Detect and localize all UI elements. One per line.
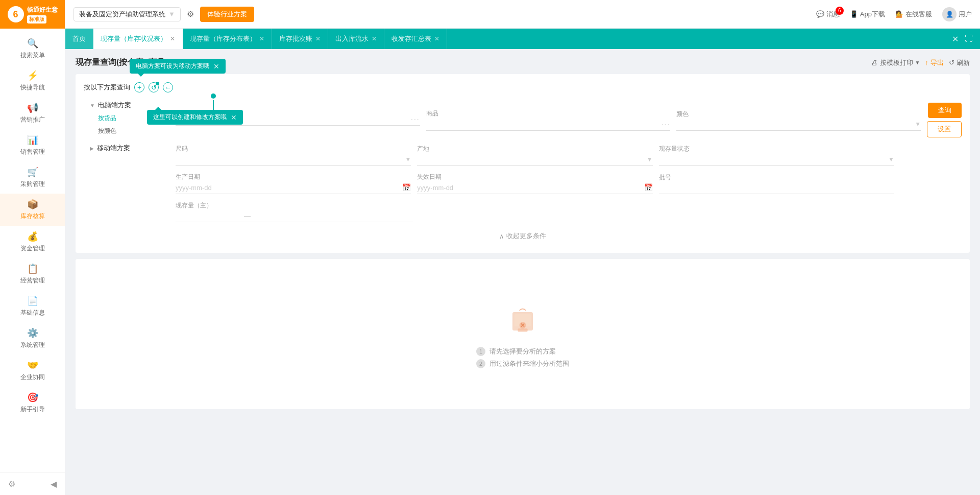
sidebar-item-inventory[interactable]: 📦 库存核算 <box>0 194 65 226</box>
filter-action-btns: 查询 设置 <box>927 103 962 137</box>
empty-tip-1: 1 请先选择要分析的方案 <box>476 347 569 356</box>
online-service-action[interactable]: 💁 在线客服 <box>895 10 932 19</box>
origin-input[interactable] <box>417 155 643 163</box>
connector <box>211 92 216 110</box>
sidebar: 6 畅通好生意 标准版 🔍 搜索菜单 ⚡ 快捷导航 📢 营销推广 📊 销售管理 … <box>0 0 65 495</box>
refresh-btn[interactable]: ↺ 刷新 <box>949 58 970 67</box>
filter-row-2: 尺码 ▼ 产地 ▼ 现存量状态 <box>176 145 962 166</box>
header-right-actions: 💬 消息 6 📱 App下载 💁 在线客服 👤 用户 <box>816 7 972 21</box>
app-download-action[interactable]: 📱 App下载 <box>850 10 885 19</box>
system-selector[interactable]: 装备及固定资产辅助管理系统 ▼ <box>74 7 181 21</box>
stock-status-input[interactable] <box>659 155 885 163</box>
app-name: 畅通好生意 <box>27 6 58 14</box>
tab-close-all-btn[interactable]: ✕ <box>950 32 961 46</box>
filter-add-btn[interactable]: + <box>134 82 144 92</box>
color-input[interactable] <box>676 121 912 128</box>
top-header: 装备及固定资产辅助管理系统 ▼ ⚙ 体验行业方案 💬 消息 6 📱 App下载 … <box>65 0 980 29</box>
expire-date-label: 失效日期 <box>417 173 652 181</box>
print-btn[interactable]: 🖨 按模板打印 ▼ <box>871 58 920 67</box>
main-area: 装备及固定资产辅助管理系统 ▼ ⚙ 体验行业方案 💬 消息 6 📱 App下载 … <box>65 0 980 495</box>
tab-close-icon[interactable]: ✕ <box>434 36 439 42</box>
tip-num-1: 1 <box>476 347 485 356</box>
settings-icon[interactable]: ⚙ <box>8 479 15 489</box>
tooltip2-close[interactable]: ✕ <box>231 113 237 122</box>
filter-fields: ··· 商品 ··· 颜色 ▼ <box>176 99 962 222</box>
tab-close-icon[interactable]: ✕ <box>315 36 321 42</box>
tab-in-out-flow[interactable]: 出入库流水 ✕ <box>328 29 384 49</box>
tab-batch-account[interactable]: 库存批次账 ✕ <box>272 29 328 49</box>
collapse-row[interactable]: ∧ 收起更多条件 <box>84 227 962 245</box>
industry-btn[interactable]: 体验行业方案 <box>200 7 254 22</box>
tab-expand-btn[interactable]: ⛶ <box>963 32 975 45</box>
sidebar-item-label: 快捷导航 <box>20 83 45 92</box>
operation-icon: 📋 <box>27 263 38 274</box>
scheme-item-color[interactable]: 按颜色 <box>90 125 164 137</box>
expire-date-input[interactable] <box>417 184 641 192</box>
stock-status-input-wrap: ▼ <box>659 155 894 166</box>
empty-state: 1 请先选择要分析的方案 2 用过滤条件来缩小分析范围 <box>86 269 960 399</box>
sidebar-item-label: 采购管理 <box>20 180 45 188</box>
sidebar-item-system[interactable]: ⚙️ 系统管理 <box>0 322 65 355</box>
collapse-label: 收起更多条件 <box>506 231 546 241</box>
refresh-icon: ↺ <box>949 59 954 66</box>
sidebar-item-finance[interactable]: 💰 资金管理 <box>0 226 65 258</box>
tooltip1-close[interactable]: ✕ <box>213 62 219 70</box>
sidebar-item-basic[interactable]: 📄 基础信息 <box>0 290 65 322</box>
color-arrow-icon: ▼ <box>915 121 921 128</box>
user-action[interactable]: 👤 用户 <box>942 7 972 21</box>
size-input[interactable] <box>176 155 402 163</box>
setting-button[interactable]: 设置 <box>927 121 962 137</box>
tab-close-icon[interactable]: ✕ <box>259 36 264 42</box>
tip-num-2: 2 <box>476 359 485 368</box>
origin-arrow-icon: ▼ <box>647 156 653 163</box>
color-input-wrap: ▼ <box>676 121 921 131</box>
goods-input[interactable] <box>426 121 658 128</box>
mobile-scheme-header[interactable]: ▶ 移动端方案 <box>90 142 164 155</box>
expire-date-calendar-icon[interactable]: 📅 <box>644 183 653 192</box>
collapse-icon[interactable]: ◀ <box>51 479 57 489</box>
sidebar-item-coop[interactable]: 🤝 企业协同 <box>0 355 65 387</box>
tooltip-create-scheme: 这里可以创建和修改方案哦 ✕ <box>147 110 243 125</box>
tab-home[interactable]: 首页 <box>65 29 93 49</box>
query-button[interactable]: 查询 <box>928 103 962 118</box>
sidebar-item-marketing[interactable]: 📢 营销推广 <box>0 97 65 129</box>
message-action[interactable]: 💬 消息 6 <box>816 10 840 19</box>
page-content: 现存量查询(按仓库+商品) 🖨 按模板打印 ▼ ↑ 导出 ↺ 刷新 <box>65 49 980 495</box>
app-version: 标准版 <box>27 15 46 23</box>
tab-recv-send[interactable]: 收发存汇总表 ✕ <box>384 29 447 49</box>
stock-qty-min-input[interactable] <box>176 212 237 220</box>
warehouse-dots[interactable]: ··· <box>411 115 420 123</box>
sidebar-item-guide[interactable]: 🎯 新手引导 <box>0 387 65 419</box>
sidebar-item-label: 企业协同 <box>20 373 45 382</box>
filter-refresh-btn[interactable]: ↺ <box>149 82 159 92</box>
tab-inventory-status[interactable]: 现存量（库存状况表） ✕ <box>93 29 183 49</box>
sidebar-item-quick[interactable]: ⚡ 快捷导航 <box>0 65 65 97</box>
guide-icon: 🎯 <box>27 392 38 403</box>
sidebar-item-search[interactable]: 🔍 搜索菜单 <box>0 33 65 65</box>
sidebar-item-purchase[interactable]: 🛒 采购管理 <box>0 161 65 194</box>
tab-inventory-dist[interactable]: 现存量（库存分布表） ✕ <box>183 29 272 49</box>
goods-dots[interactable]: ··· <box>662 120 671 128</box>
tooltip2-text: 这里可以创建和修改方案哦 <box>153 113 227 122</box>
basic-icon: 📄 <box>27 295 38 307</box>
prod-date-calendar-icon[interactable]: 📅 <box>402 183 411 192</box>
gear-button[interactable]: ⚙ <box>187 9 194 19</box>
stock-qty-max-input[interactable] <box>258 212 319 220</box>
tab-close-icon[interactable]: ✕ <box>372 36 377 42</box>
tab-inventory-status-label: 现存量（库存状况表） <box>101 34 167 43</box>
phone-icon: 📱 <box>850 10 858 18</box>
export-btn[interactable]: ↑ 导出 <box>925 58 944 67</box>
sidebar-item-operation[interactable]: 📋 经营管理 <box>0 258 65 290</box>
tooltip2-arrow <box>155 107 161 110</box>
stock-status-arrow-icon: ▼ <box>888 156 894 163</box>
sidebar-item-sales[interactable]: 📊 销售管理 <box>0 129 65 161</box>
tab-close-icon[interactable]: ✕ <box>170 36 175 42</box>
batch-no-input[interactable] <box>659 184 894 192</box>
collapse-up-icon: ∧ <box>499 232 504 240</box>
size-label: 尺码 <box>176 145 411 153</box>
empty-tip-2: 2 用过滤条件来缩小分析范围 <box>476 359 569 368</box>
filter-arrow-btn[interactable]: ← <box>163 82 173 92</box>
tab-batch-account-label: 库存批次账 <box>279 34 312 43</box>
stock-qty-label: 现存量（主） <box>176 201 413 210</box>
prod-date-input[interactable] <box>176 184 399 192</box>
